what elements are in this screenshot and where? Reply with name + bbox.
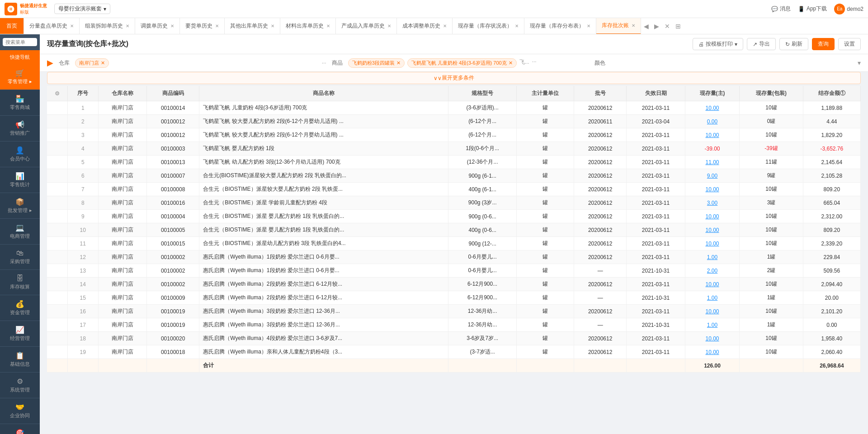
remove-product-tag-2[interactable]: ✕ (509, 60, 513, 66)
col-warehouse: 仓库名称 (98, 86, 146, 101)
sidebar-item-purchase[interactable]: 🛍 采购管理 (0, 245, 40, 270)
cell-stockmain[interactable]: 10.00 (685, 101, 740, 115)
print-button[interactable]: 🖨 按模板打印 ▾ (693, 38, 743, 50)
cell-stockmain[interactable]: 3.00 (685, 196, 740, 210)
remove-warehouse-tag[interactable]: ✕ (101, 60, 105, 66)
app-download-action[interactable]: 📱 App下载 (798, 5, 827, 13)
remove-product-tag-1[interactable]: ✕ (396, 60, 401, 66)
sidebar-item-retail[interactable]: 🛒 零售管理 ▸ (0, 64, 40, 90)
tab-home[interactable]: 首页 (0, 18, 24, 34)
sidebar-item-guide[interactable]: 🎯 新手引导 (0, 424, 40, 434)
tab-chanchengpinruku[interactable]: 产成品入库单历史 ✕ (336, 18, 397, 34)
cell-stockmain[interactable]: 10.00 (685, 332, 740, 345)
tab-chenbenhistory[interactable]: 成本调整单历史 ✕ (397, 18, 453, 34)
cell-name: 飞鹤星飞帆 婴儿配方奶粉 1段 (199, 142, 448, 156)
sidebar-item-ecommerce[interactable]: 💻 电商管理 (0, 219, 40, 245)
cell-name: 合生元（BIOSTIME）派星较大婴儿配方奶粉 2段 乳铁蛋... (199, 183, 448, 196)
tab-zuzhangchaijian[interactable]: 组装拆卸单历史 ✕ (80, 18, 135, 34)
close-icon[interactable]: ✕ (170, 24, 174, 28)
nav-left-arrow[interactable]: ◀ (641, 23, 651, 30)
cell-stockmain[interactable]: 10.00 (685, 128, 740, 142)
cell-code: 00100009 (147, 291, 199, 305)
cell-stockpkg: 10罐 (740, 305, 803, 318)
sidebar-item-finance[interactable]: 💰 资金管理 (0, 295, 40, 321)
settings-button[interactable]: 设置 (838, 38, 861, 50)
sidebar-item-system[interactable]: ⚙ 系统管理 (0, 373, 40, 398)
cell-stockmain[interactable]: 10.00 (685, 278, 740, 291)
inventory-icon: 🗄 (2, 274, 38, 283)
search-menu-input[interactable] (3, 38, 37, 46)
cell-stockmain[interactable]: 10.00 (685, 305, 740, 318)
retail-icon: 🛒 (2, 69, 38, 77)
sidebar-item-collab[interactable]: 🤝 企业协同 (0, 398, 40, 424)
tab-xiankunzhuangtai[interactable]: 现存量（库存状况表） ✕ (453, 18, 524, 34)
user-action[interactable]: Ea demo2 (834, 4, 863, 14)
more-product[interactable]: 飞... (519, 58, 529, 68)
sidebar-item-inventory[interactable]: 🗄 库存核算 (0, 270, 40, 295)
cell-stockmain[interactable]: 1.00 (685, 250, 740, 264)
cell-stockmain[interactable]: -39.00 (685, 142, 740, 156)
cell-stockmain[interactable]: 10.00 (685, 223, 740, 237)
close-icon[interactable]: ✕ (126, 24, 129, 28)
cell-stockmain[interactable]: 10.00 (685, 183, 740, 196)
close-icon[interactable]: ✕ (632, 23, 635, 28)
cell-stockmain[interactable]: 1.00 (685, 291, 740, 305)
col-settings[interactable]: ⚙ (47, 86, 67, 101)
close-icon[interactable]: ✕ (443, 24, 447, 28)
sidebar-item-marketing[interactable]: 📢 营销推广 (0, 116, 40, 142)
org-select[interactable]: 母婴行业演示账套 ▾ (54, 4, 110, 14)
tab-xiankufenbu[interactable]: 现存量（库存分布表） ✕ (524, 18, 596, 34)
close-icon[interactable]: ✕ (587, 24, 590, 28)
close-icon[interactable]: ✕ (515, 24, 519, 28)
chevron-down-icon[interactable]: ▾ (858, 59, 861, 66)
more-product-dots[interactable]: ··· (532, 58, 537, 68)
cell-stockmain[interactable]: 0.00 (685, 115, 740, 128)
tab-kucunpicizh[interactable]: 库存批次账 ✕ (596, 18, 641, 34)
quick-nav[interactable]: 快捷导航 (0, 50, 40, 64)
sidebar-item-operation[interactable]: 📈 经营管理 (0, 321, 40, 347)
print-icon: 🖨 (698, 41, 704, 47)
cell-idx: 13 (67, 264, 98, 278)
nav-close-all[interactable]: ✕ (662, 23, 673, 30)
refresh-button[interactable]: ↻ 刷新 (779, 38, 808, 50)
cell-stockmain[interactable]: 10.00 (685, 345, 740, 359)
close-icon[interactable]: ✕ (326, 24, 330, 28)
cell-stockmain[interactable]: 9.00 (685, 169, 740, 183)
sidebar-item-wholesale[interactable]: 📦 批发管理 ▸ (0, 193, 40, 219)
close-icon[interactable]: ✕ (271, 24, 274, 28)
nav-right-arrow[interactable]: ▶ (651, 23, 662, 30)
tab-qitachuku[interactable]: 其他出库单历史 ✕ (225, 18, 280, 34)
settings-icon[interactable]: ⚙ (55, 90, 60, 97)
tab-fenliangpandian[interactable]: 分量盘点单历史 ✕ (24, 18, 80, 34)
cell-stockmain[interactable]: 2.00 (685, 264, 740, 278)
message-action[interactable]: 💬 消息 (771, 5, 791, 13)
sidebar-item-retail-stats[interactable]: 📊 零售统计 (0, 167, 40, 193)
cell-stockmain[interactable]: 1.00 (685, 318, 740, 332)
cell-expiry: 2021-03-04 (627, 115, 685, 128)
tab-cailiaochuku[interactable]: 材料出库单历史 ✕ (280, 18, 336, 34)
close-icon[interactable]: ✕ (215, 24, 219, 28)
query-button[interactable]: 查询 (812, 38, 835, 50)
filter-expand-arrow[interactable]: ▶ (47, 58, 53, 68)
system-icon: ⚙ (2, 377, 38, 386)
nav-expand-icon[interactable]: ⊞ (673, 23, 684, 30)
cell-stockpkg: 10罐 (740, 278, 803, 291)
sidebar-item-member[interactable]: 👤 会员中心 (0, 142, 40, 167)
close-icon[interactable]: ✕ (387, 24, 391, 28)
search-menu-item[interactable] (0, 34, 40, 50)
cell-stockmain[interactable]: 10.00 (685, 210, 740, 223)
sidebar-item-mall[interactable]: 🏪 零售商城 (0, 90, 40, 116)
cell-expiry: 2021-03-11 (627, 332, 685, 345)
logo-icon (5, 3, 17, 15)
more-warehouse[interactable]: ··· (322, 60, 326, 66)
cell-batch: 20200612 (574, 183, 627, 196)
tab-diaobodanhistory[interactable]: 调拨单历史 ✕ (135, 18, 180, 34)
cell-stockmain[interactable]: 10.00 (685, 237, 740, 250)
tab-yaohuo[interactable]: 要货单历史 ✕ (180, 18, 225, 34)
export-button[interactable]: ↗ 导出 (747, 38, 776, 50)
expand-more-conditions[interactable]: ∨∨ 展开更多条件 (47, 72, 861, 84)
close-icon[interactable]: ✕ (70, 24, 74, 28)
cell-stockmain[interactable]: 11.00 (685, 156, 740, 169)
sidebar-item-basic[interactable]: 📋 基础信息 (0, 347, 40, 373)
collab-icon: 🤝 (2, 403, 38, 411)
